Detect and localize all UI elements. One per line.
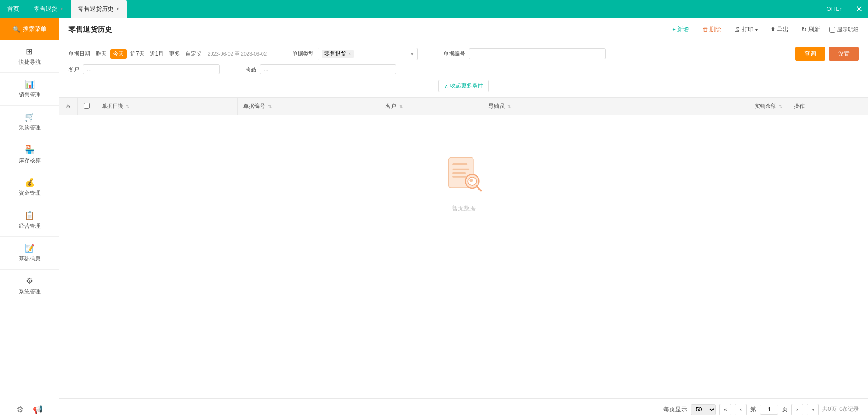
doc-number-input[interactable] — [469, 48, 606, 59]
th-checkbox[interactable] — [77, 98, 96, 115]
sidebar-item-operations-mgmt[interactable]: 📋 经营管理 — [0, 204, 59, 237]
sidebar-item-system-mgmt-label: 系统管理 — [19, 288, 41, 296]
print-button[interactable]: 🖨 打印 ▾ — [730, 24, 761, 36]
date-opt-more[interactable]: 更多 — [167, 49, 182, 59]
date-opt-yesterday[interactable]: 昨天 — [94, 49, 108, 59]
th-customer[interactable]: 客户 ⇅ — [380, 98, 483, 115]
show-detail-checkbox[interactable] — [829, 27, 835, 33]
doc-type-tag: 零售退货 × — [322, 50, 354, 58]
export-button[interactable]: ⬆ 导出 — [767, 24, 793, 36]
sidebar-item-finance-mgmt[interactable]: 💰 资金管理 — [0, 171, 59, 204]
top-tab-bar: 首页 零售退货 × 零售退货历史 × OfTEn ✕ — [0, 0, 868, 18]
th-doc-date[interactable]: 单据日期 ⇅ — [96, 98, 238, 115]
select-all-checkbox[interactable] — [84, 103, 90, 109]
goods-select[interactable]: ... — [260, 64, 396, 74]
page-size-select[interactable]: 10 20 50 100 — [691, 404, 716, 415]
main-layout: 🔍 搜索菜单 ⊞ 快捷导航 📊 销售管理 🛒 采购管理 🏪 库存核算 💰 资金管… — [0, 18, 868, 420]
svg-rect-4 — [452, 176, 467, 177]
inventory-check-icon: 🏪 — [25, 145, 35, 155]
goods-filter-group: 商品 ... — [245, 64, 396, 74]
sidebar-item-system-mgmt[interactable]: ⚙ 系统管理 — [0, 270, 59, 302]
sidebar-search[interactable]: 🔍 搜索菜单 — [0, 18, 59, 40]
sidebar-item-purchase-mgmt-label: 采购管理 — [19, 124, 41, 132]
page-title: 零售退货历史 — [68, 25, 668, 35]
doc-type-filter-group: 单据类型 零售退货 × ▾ — [292, 48, 418, 60]
system-mgmt-icon: ⚙ — [26, 276, 33, 286]
tab-retail-return-history[interactable]: 零售退货历史 × — [71, 0, 127, 18]
sidebar-search-label: 搜索菜单 — [23, 25, 46, 33]
th-guide[interactable]: 导购员 ⇅ — [483, 98, 605, 115]
page-label: 页 — [782, 405, 788, 414]
collapse-wrap: ∧ 收起更多条件 — [68, 78, 859, 92]
collapse-button[interactable]: ∧ 收起更多条件 — [438, 80, 489, 92]
show-detail-wrap: 显示明细 — [829, 26, 859, 34]
tab-retail-return-close[interactable]: × — [60, 6, 63, 12]
date-opt-today[interactable]: 今天 — [110, 49, 127, 59]
sidebar-item-quick-nav[interactable]: ⊞ 快捷导航 — [0, 40, 59, 73]
page-chapter-label: 第 — [750, 405, 756, 414]
doc-type-tag-close[interactable]: × — [348, 51, 351, 56]
empty-state-illustration — [441, 152, 487, 197]
th-spacer — [605, 98, 646, 115]
date-opt-7days[interactable]: 近7天 — [128, 49, 146, 59]
doc-type-select[interactable]: 零售退货 × ▾ — [318, 48, 418, 60]
tab-home[interactable]: 首页 — [0, 0, 26, 18]
prev-page-button[interactable]: ‹ — [735, 404, 747, 415]
settings-bottom-icon[interactable]: ⚙ — [16, 405, 24, 415]
delete-button[interactable]: 🗑 删除 — [699, 24, 725, 36]
last-page-button[interactable]: » — [807, 404, 819, 415]
tab-retail-return-history-close[interactable]: × — [116, 6, 119, 12]
th-customer-sort: ⇅ — [399, 104, 403, 109]
sidebar-item-basic-info[interactable]: 📝 基础信息 — [0, 237, 59, 270]
th-amount-label: 实销金额 — [755, 103, 776, 109]
tab-retail-return[interactable]: 零售退货 × — [26, 0, 71, 18]
date-opt-1month[interactable]: 近1月 — [148, 49, 166, 59]
collapse-icon: ∧ — [444, 83, 448, 89]
refresh-button[interactable]: ↻ 刷新 — [798, 24, 824, 36]
speaker-icon[interactable]: 📢 — [33, 405, 43, 415]
date-opt-custom[interactable]: 自定义 — [184, 49, 204, 59]
th-amount[interactable]: 实销金额 ⇅ — [646, 98, 788, 115]
sidebar-item-purchase-mgmt[interactable]: 🛒 采购管理 — [0, 106, 59, 138]
content-area: 零售退货历史 + 新增 🗑 删除 🖨 打印 ▾ ⬆ 导出 ↻ 刷新 — [59, 18, 868, 420]
th-settings[interactable]: ⚙ — [59, 98, 77, 115]
th-doc-date-label: 单据日期 — [102, 103, 123, 109]
export-button-label: ⬆ 导出 — [770, 26, 789, 34]
doc-number-filter-label: 单据编号 — [443, 50, 465, 58]
doc-type-select-arrow: ▾ — [411, 51, 414, 57]
svg-point-8 — [469, 179, 473, 182]
top-bar-right: OfTEn — [827, 6, 842, 12]
th-guide-sort: ⇅ — [507, 104, 511, 109]
next-page-button[interactable]: › — [791, 404, 803, 415]
filter-row-1: 单据日期 昨天 今天 近7天 近1月 更多 自定义 2023-06-02 至 2… — [68, 47, 859, 61]
basic-info-icon: 📝 — [25, 243, 35, 253]
sidebar-item-inventory-check[interactable]: 🏪 库存核算 — [0, 138, 59, 171]
header-actions: + 新增 🗑 删除 🖨 打印 ▾ ⬆ 导出 ↻ 刷新 显示明细 — [668, 24, 859, 36]
often-label: OfTEn — [827, 6, 842, 12]
print-dropdown-icon: ▾ — [755, 27, 758, 32]
first-page-icon: « — [724, 406, 727, 413]
search-icon: 🔍 — [13, 26, 20, 33]
first-page-button[interactable]: « — [719, 404, 731, 415]
goods-filter-label: 商品 — [245, 66, 256, 73]
customer-select[interactable]: ... — [83, 64, 220, 74]
date-range-display: 2023-06-02 至 2023-06-02 — [207, 51, 267, 57]
sidebar-item-finance-mgmt-label: 资金管理 — [19, 190, 41, 197]
table-container: ⚙ 单据日期 ⇅ 单据编号 ⇅ — [59, 98, 868, 398]
window-close-button[interactable]: ✕ — [850, 0, 868, 18]
refresh-button-label: ↻ 刷新 — [801, 26, 820, 34]
page-number-input[interactable] — [760, 405, 778, 415]
th-doc-number[interactable]: 单据编号 ⇅ — [238, 98, 380, 115]
customer-filter-label: 客户 — [68, 66, 79, 73]
svg-line-7 — [476, 186, 481, 191]
doc-type-filter-label: 单据类型 — [292, 50, 314, 58]
th-guide-label: 导购员 — [488, 103, 505, 109]
tab-home-label: 首页 — [7, 5, 19, 13]
table-settings-icon: ⚙ — [66, 103, 71, 110]
th-amount-sort: ⇅ — [779, 104, 782, 109]
empty-text: 暂无数据 — [452, 205, 476, 213]
query-button[interactable]: 查询 — [795, 47, 825, 61]
settings-button[interactable]: 设置 — [829, 47, 859, 61]
sidebar-item-sales-mgmt[interactable]: 📊 销售管理 — [0, 73, 59, 106]
new-button[interactable]: + 新增 — [668, 24, 693, 36]
